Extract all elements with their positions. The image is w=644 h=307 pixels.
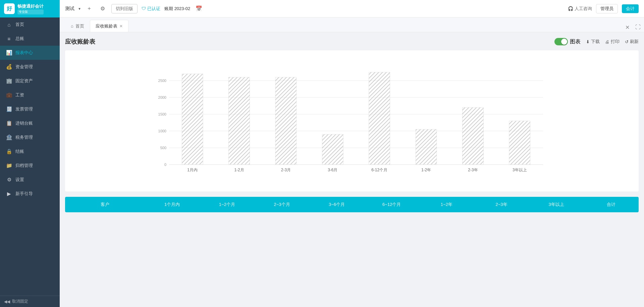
sidebar-item-funds[interactable]: 💰 资金管理 bbox=[0, 60, 60, 74]
table-header-cell: 3~6个月 bbox=[309, 197, 364, 212]
sidebar-item-reports[interactable]: 📊 报表中心 bbox=[0, 46, 60, 60]
refresh-button[interactable]: ↺ 刷新 bbox=[625, 39, 639, 45]
sidebar-item-label-archive: 归档管理 bbox=[15, 163, 33, 169]
print-label: 打印 bbox=[611, 39, 620, 45]
download-icon: ⬇ bbox=[586, 39, 590, 44]
table-header-cell: 1~2个月 bbox=[200, 197, 255, 212]
guide-icon: ▶ bbox=[6, 191, 12, 197]
table-header-cell: 1个月内 bbox=[145, 197, 200, 212]
shield-icon: 🛡 bbox=[142, 6, 146, 11]
page-actions: 图表 ⬇ 下载 🖨 打印 ↺ 刷新 bbox=[554, 38, 639, 45]
tabbar: ⌂ 首页 应收账龄表 ✕ ✕ ⛶ bbox=[60, 17, 644, 32]
sidebar-item-ledger[interactable]: ≡ 总账 bbox=[0, 32, 60, 46]
table-header-cell: 1~2年 bbox=[419, 197, 474, 212]
tab-home[interactable]: ⌂ 首页 bbox=[65, 20, 90, 32]
sidebar-item-invoice[interactable]: 🧾 发票管理 bbox=[0, 102, 60, 116]
sidebar-item-assets[interactable]: 🏢 固定资产 bbox=[0, 74, 60, 88]
headset-icon: 🎧 bbox=[568, 6, 573, 11]
role-button[interactable]: 会计 bbox=[622, 4, 639, 13]
download-button[interactable]: ⬇ 下载 bbox=[586, 39, 600, 45]
assets-icon: 🏢 bbox=[6, 78, 12, 84]
svg-rect-27 bbox=[509, 121, 530, 165]
expand-window-button[interactable]: ⛶ bbox=[633, 23, 643, 32]
settings-icon: ⚙ bbox=[6, 177, 12, 183]
tab-home-label: 首页 bbox=[75, 23, 84, 29]
sidebar-item-label-close: 结账 bbox=[15, 148, 24, 155]
content-area: 应收账龄表 图表 ⬇ 下载 🖨 打印 bbox=[60, 32, 644, 307]
ledger-icon: ≡ bbox=[6, 36, 12, 42]
sidebar-nav: ⌂ 首页 ≡ 总账 📊 报表中心 💰 资金管理 🏢 固定资产 💼 工资 🧾 发票… bbox=[0, 17, 60, 296]
home-icon: ⌂ bbox=[6, 22, 12, 28]
sidebar-item-label-salary: 工资 bbox=[15, 92, 24, 98]
sidebar-item-label-ledger: 总账 bbox=[15, 36, 24, 42]
refresh-label: 刷新 bbox=[630, 39, 639, 45]
page-title: 应收账龄表 bbox=[65, 38, 95, 46]
svg-rect-21 bbox=[229, 77, 250, 165]
table-header-cell: 2~3个月 bbox=[255, 197, 310, 212]
sidebar-item-settings[interactable]: ⚙ 设置 bbox=[0, 173, 60, 187]
verified-badge: 🛡 已认证 bbox=[142, 6, 160, 12]
chart-y-axis: 05001000150020002500 bbox=[158, 79, 543, 167]
topbar: 测试 ▾ ＋ ⚙ 切到旧版 🛡 已认证 账期 2023-02 📅 🎧 人工咨询 … bbox=[60, 0, 644, 17]
download-label: 下载 bbox=[591, 39, 600, 45]
sidebar-item-label-tax: 税务管理 bbox=[15, 134, 33, 140]
unpin-button[interactable]: ◀◀ 取消固定 bbox=[0, 296, 60, 307]
svg-rect-26 bbox=[463, 107, 484, 165]
table-header-cell: 3年以上 bbox=[529, 197, 584, 212]
svg-rect-22 bbox=[275, 77, 297, 165]
sidebar-item-close[interactable]: 🔒 结账 bbox=[0, 144, 60, 159]
unpin-label: 取消固定 bbox=[12, 299, 28, 304]
calendar-icon[interactable]: 📅 bbox=[194, 4, 204, 13]
sidebar-item-label-reports: 报表中心 bbox=[15, 50, 33, 56]
close-window-button[interactable]: ✕ bbox=[623, 23, 632, 32]
sidebar-item-salary[interactable]: 💼 工资 bbox=[0, 88, 60, 102]
svg-text:1-2年: 1-2年 bbox=[421, 168, 431, 172]
sidebar-item-label-invoice: 发票管理 bbox=[15, 106, 33, 112]
refresh-icon: ↺ bbox=[625, 39, 629, 44]
sidebar-item-guide[interactable]: ▶ 新手引导 bbox=[0, 187, 60, 201]
invoice-icon: 🧾 bbox=[6, 106, 12, 112]
add-button[interactable]: ＋ bbox=[85, 4, 94, 13]
sidebar-item-label-sales: 进销台账 bbox=[15, 120, 33, 126]
chart-toggle: 图表 bbox=[554, 38, 581, 45]
svg-text:1500: 1500 bbox=[158, 112, 166, 116]
print-icon: 🖨 bbox=[605, 39, 609, 44]
tab-aging-label: 应收账龄表 bbox=[96, 23, 117, 29]
table-section: 客户1个月内1~2个月2~3个月3~6个月6~12个月1~2年2~3年3年以上合… bbox=[65, 197, 639, 212]
svg-text:2-3年: 2-3年 bbox=[468, 168, 478, 172]
sidebar-item-sales[interactable]: 📋 进销台账 bbox=[0, 116, 60, 130]
print-button[interactable]: 🖨 打印 bbox=[605, 39, 620, 45]
main-area: 测试 ▾ ＋ ⚙ 切到旧版 🛡 已认证 账期 2023-02 📅 🎧 人工咨询 … bbox=[60, 0, 644, 307]
project-dropdown-icon[interactable]: ▾ bbox=[78, 6, 80, 11]
svg-rect-20 bbox=[182, 74, 203, 165]
sidebar-item-tax[interactable]: 🏦 税务管理 bbox=[0, 130, 60, 144]
toggle-switch[interactable] bbox=[554, 38, 568, 45]
sidebar-item-label-settings: 设置 bbox=[15, 177, 24, 183]
bar-chart: 05001000150020002500 1月内1-2月2-3月3-6月6-12… bbox=[72, 57, 632, 185]
funds-icon: 💰 bbox=[6, 64, 12, 70]
tab-close-icon[interactable]: ✕ bbox=[119, 24, 123, 29]
switch-version-button[interactable]: 切到旧版 bbox=[111, 4, 138, 13]
sidebar-item-label-assets: 固定资产 bbox=[15, 78, 33, 84]
period-label: 账期 2023-02 bbox=[164, 6, 190, 12]
svg-text:500: 500 bbox=[160, 146, 166, 150]
chart-container: 05001000150020002500 1月内1-2月2-3月3-6月6-12… bbox=[72, 57, 632, 185]
sales-icon: 📋 bbox=[6, 120, 12, 126]
settings-icon[interactable]: ⚙ bbox=[98, 4, 107, 13]
tab-aging[interactable]: 应收账龄表 ✕ bbox=[90, 20, 128, 32]
consult-button[interactable]: 🎧 人工咨询 bbox=[568, 6, 592, 12]
user-button[interactable]: 管理员 bbox=[596, 4, 618, 13]
svg-rect-24 bbox=[369, 72, 390, 165]
chart-x-axis: 1月内1-2月2-3月3-6月6-12个月1-2年2-3年3年以上 bbox=[169, 165, 543, 172]
table-header-cell: 2~3年 bbox=[474, 197, 529, 212]
svg-text:2500: 2500 bbox=[158, 79, 166, 83]
salary-icon: 💼 bbox=[6, 92, 12, 98]
svg-rect-25 bbox=[416, 129, 437, 165]
svg-text:2-3月: 2-3月 bbox=[281, 168, 291, 172]
tax-icon: 🏦 bbox=[6, 134, 12, 140]
svg-text:1-2月: 1-2月 bbox=[234, 168, 244, 172]
toggle-knob bbox=[561, 39, 567, 45]
sidebar-item-archive[interactable]: 📁 归档管理 bbox=[0, 159, 60, 173]
sidebar: 好 畅捷通好会计 专业版 ⌂ 首页 ≡ 总账 📊 报表中心 💰 资金管理 🏢 固… bbox=[0, 0, 60, 307]
sidebar-item-home[interactable]: ⌂ 首页 bbox=[0, 17, 60, 32]
